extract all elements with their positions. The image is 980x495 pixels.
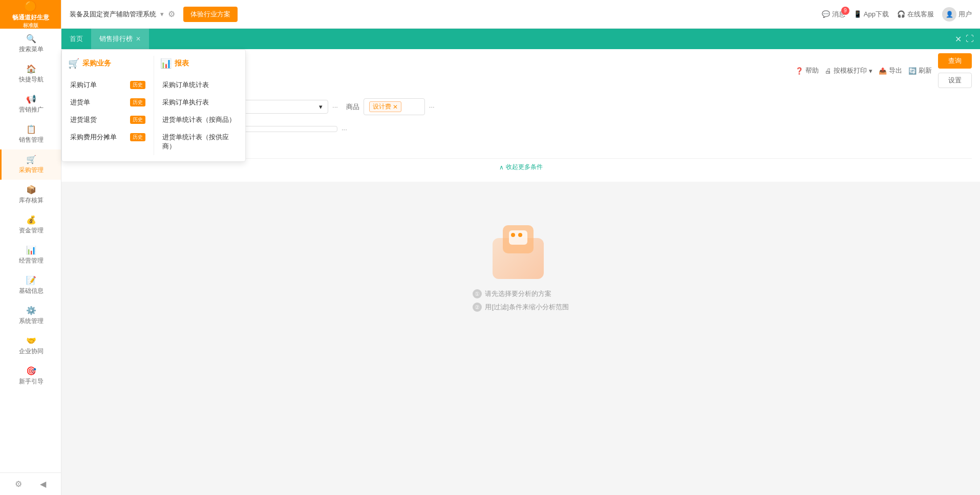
dropdown-item-return[interactable]: 进货退货 历史 bbox=[68, 111, 147, 128]
goods-tag-label: 设计费 bbox=[373, 102, 391, 111]
purchase-order-history[interactable]: 历史 bbox=[130, 81, 145, 89]
purchase-order-label: 采购订单 bbox=[70, 80, 97, 90]
tab-home[interactable]: 首页 bbox=[61, 29, 91, 49]
app-logo: 🟠 畅通道好生意 标准版 bbox=[0, 0, 61, 29]
export-button[interactable]: 📤 导出 bbox=[879, 66, 902, 75]
dropdown-col-purchase: 🛒 采购业务 采购订单 历史 进货单 历史 进货退货 历史 采购费用分摊单 历史 bbox=[62, 56, 154, 155]
reports-col-icon: 📊 bbox=[160, 58, 172, 69]
tab-close-icon[interactable]: ✕ bbox=[136, 35, 141, 42]
expense-label: 采购费用分摊单 bbox=[70, 133, 117, 142]
print-label: 按模板打印 bbox=[834, 66, 867, 75]
dropdown-item-incoming[interactable]: 进货单 历史 bbox=[68, 94, 147, 111]
dropdown-item-incoming-stats-supplier[interactable]: 进货单统计表（按供应商） bbox=[160, 128, 240, 155]
cooperation-icon: 🤝 bbox=[26, 336, 36, 346]
online-service-button[interactable]: 🎧 在线客服 bbox=[897, 10, 934, 19]
sidebar-label-sales: 销售管理 bbox=[19, 136, 44, 144]
goods-input[interactable]: 设计费 ✕ bbox=[364, 98, 425, 115]
empty-illustration bbox=[487, 223, 554, 279]
topbar: 装备及固定资产辅助管理系统 ▾ ⚙ 体验行业方案 💬 消息 9 📱 App下载 … bbox=[61, 0, 980, 29]
dropdown-item-order-exec[interactable]: 采购订单执行表 bbox=[160, 94, 240, 111]
topbar-dropdown-arrow[interactable]: ▾ bbox=[160, 10, 164, 18]
inventory-icon: 📦 bbox=[26, 185, 36, 195]
messages-button[interactable]: 💬 消息 9 bbox=[822, 10, 845, 19]
sidebar-item-guide[interactable]: 🎯 新手引导 bbox=[0, 361, 61, 391]
settings-button[interactable]: 设置 bbox=[938, 73, 972, 88]
dropdown-item-order-stats[interactable]: 采购订单统计表 bbox=[160, 76, 240, 94]
tabbar: 首页 销售排行榜 ✕ ✕ ⛶ bbox=[61, 29, 980, 49]
industry-solution-button[interactable]: 体验行业方案 bbox=[183, 7, 238, 22]
hint1-text: 请先选择要分析的方案 bbox=[485, 287, 551, 300]
expense-history[interactable]: 历史 bbox=[130, 133, 145, 141]
sidebar-label-quick-nav: 快捷导航 bbox=[19, 75, 44, 84]
sidebar-label-operation: 经营管理 bbox=[19, 256, 44, 265]
sidebar-label-guide: 新手引导 bbox=[19, 377, 44, 386]
sidebar-item-basic[interactable]: 📝 基础信息 bbox=[0, 270, 61, 300]
salesperson-input[interactable] bbox=[235, 126, 337, 132]
print-dropdown-icon[interactable]: ▾ bbox=[869, 67, 872, 75]
dropdown-col-reports: 📊 报表 采购订单统计表 采购订单执行表 进货单统计表（按商品） 进货单统计表（… bbox=[154, 56, 246, 155]
step-num-1: ① bbox=[473, 289, 482, 298]
settings-bottom-icon[interactable]: ⚙ bbox=[15, 479, 22, 489]
sidebar-item-purchase[interactable]: 🛒 采购管理 bbox=[0, 149, 61, 180]
headset-icon: 🎧 bbox=[897, 10, 905, 18]
goods-tag-close[interactable]: ✕ bbox=[393, 103, 398, 111]
phone-icon: 📱 bbox=[854, 10, 862, 18]
empty-text: ① 请先选择要分析的方案 ② 用[过滤]条件来缩小分析范围 bbox=[473, 287, 568, 314]
order-stats-label: 采购订单统计表 bbox=[162, 80, 209, 90]
user-menu-button[interactable]: 👤 用户 bbox=[942, 7, 972, 21]
dropdown-item-incoming-stats-goods[interactable]: 进货单统计表（按商品） bbox=[160, 111, 240, 128]
help-button[interactable]: ❓ 帮助 bbox=[795, 66, 819, 75]
incoming-history[interactable]: 历史 bbox=[130, 98, 145, 106]
collapse-label: 收起更多条件 bbox=[506, 163, 543, 171]
status-more-dots[interactable]: ··· bbox=[332, 103, 338, 111]
print-button[interactable]: 🖨 按模板打印 ▾ bbox=[825, 66, 872, 75]
goods-label: 商品 bbox=[346, 102, 359, 112]
dropdown-col-purchase-title: 🛒 采购业务 bbox=[68, 56, 147, 71]
tab-maximize-icon[interactable]: ⛶ bbox=[966, 34, 974, 44]
filter-goods: 商品 设计费 ✕ ··· bbox=[346, 98, 435, 115]
operation-icon: 📊 bbox=[26, 245, 36, 255]
sidebar-item-finance[interactable]: 💰 资金管理 bbox=[0, 210, 61, 240]
topbar-settings-icon[interactable]: ⚙ bbox=[168, 9, 175, 19]
empty-robot-eye1 bbox=[511, 233, 515, 237]
sidebar-label-purchase: 采购管理 bbox=[19, 166, 44, 175]
sidebar-item-quick-nav[interactable]: 🏠 快捷导航 bbox=[0, 59, 61, 89]
goods-tag: 设计费 ✕ bbox=[369, 101, 401, 112]
incoming-stats-goods-label: 进货单统计表（按商品） bbox=[162, 115, 236, 124]
finance-icon: 💰 bbox=[26, 215, 36, 225]
goods-more-dots[interactable]: ··· bbox=[429, 103, 435, 111]
refresh-button[interactable]: 🔄 刷新 bbox=[908, 66, 932, 75]
step-num-2: ② bbox=[473, 303, 482, 312]
sidebar-item-search[interactable]: 🔍 搜索菜单 bbox=[0, 29, 61, 59]
empty-hint-1: ① 请先选择要分析的方案 bbox=[473, 287, 568, 300]
return-label: 进货退货 bbox=[70, 115, 97, 124]
refresh-label: 刷新 bbox=[919, 66, 932, 75]
sidebar-item-cooperation[interactable]: 🤝 企业协同 bbox=[0, 331, 61, 361]
tab-sales-rank-label: 销售排行榜 bbox=[99, 34, 133, 44]
dropdown-item-purchase-order[interactable]: 采购订单 历史 bbox=[68, 76, 147, 94]
sidebar-item-marketing[interactable]: 📢 营销推广 bbox=[0, 89, 61, 119]
messages-badge: 9 bbox=[841, 7, 849, 15]
app-download-label: App下载 bbox=[864, 10, 889, 19]
sidebar-item-operation[interactable]: 📊 经营管理 bbox=[0, 240, 61, 270]
sidebar-item-system[interactable]: ⚙️ 系统管理 bbox=[0, 300, 61, 331]
tab-minimize-icon[interactable]: ✕ bbox=[955, 34, 962, 44]
search-icon: 🔍 bbox=[26, 34, 36, 44]
sidebar-item-inventory[interactable]: 📦 库存核算 bbox=[0, 180, 61, 210]
app-download-button[interactable]: 📱 App下载 bbox=[854, 10, 889, 19]
query-button[interactable]: 查询 bbox=[938, 53, 972, 69]
collapse-icon: ∧ bbox=[499, 164, 504, 171]
dropdown-col-reports-title: 📊 报表 bbox=[160, 56, 240, 71]
sidebar-item-sales[interactable]: 📋 销售管理 bbox=[0, 119, 61, 149]
app-name: 畅通道好生意 bbox=[12, 13, 49, 22]
salesperson-more-dots[interactable]: ··· bbox=[342, 125, 347, 133]
return-history[interactable]: 历史 bbox=[130, 116, 145, 124]
home-icon: 🏠 bbox=[26, 64, 36, 74]
help-icon: ❓ bbox=[795, 67, 803, 75]
export-label: 导出 bbox=[889, 66, 902, 75]
incoming-stats-supplier-label: 进货单统计表（按供应商） bbox=[162, 133, 238, 151]
purchase-dropdown-menu: 🛒 采购业务 采购订单 历史 进货单 历史 进货退货 历史 采购费用分摊单 历史… bbox=[61, 49, 246, 162]
tab-sales-rank[interactable]: 销售排行榜 ✕ bbox=[91, 29, 149, 49]
dropdown-item-expense[interactable]: 采购费用分摊单 历史 bbox=[68, 128, 147, 146]
collapse-sidebar-icon[interactable]: ◀ bbox=[40, 479, 46, 489]
